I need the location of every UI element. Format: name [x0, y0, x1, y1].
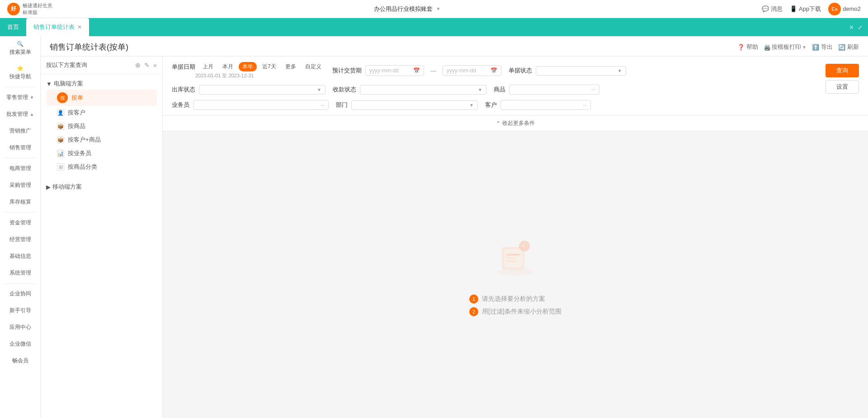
sidebar-item-finance[interactable]: 资金管理: [0, 214, 40, 231]
left-panel-title: 按以下方案查询: [46, 61, 87, 69]
sidebar-item-ecommerce[interactable]: 电商管理: [0, 160, 40, 177]
scheme-item-by-goods[interactable]: 📦 按商品: [46, 119, 157, 133]
chevron-right-icon: ▼: [30, 95, 34, 100]
page-header: 销售订单统计表(按单) ❓ 帮助 🖨️ 按模板打印 ▼ ⬆️ 导出 🔄 刷新: [41, 36, 868, 57]
delivery-end-input[interactable]: yyyy-mm-dd 📅: [443, 65, 501, 76]
query-button[interactable]: 查询: [826, 64, 859, 77]
mobile-scheme-group: ▶ 移动端方案: [41, 177, 162, 196]
sidebar-item-sales-mgmt[interactable]: 销售管理: [0, 139, 40, 156]
sidebar-item-membership[interactable]: 畅会员: [0, 352, 40, 369]
pc-scheme-group: ▼ 电脑端方案 按 按单 👤 按客户 📦 按商品: [41, 74, 162, 177]
sidebar-item-app-center[interactable]: 应用中心: [0, 319, 40, 336]
settings-button[interactable]: 设置: [826, 80, 859, 94]
shortcut-more[interactable]: 更多: [282, 62, 300, 71]
collapse-panel-button[interactable]: «: [153, 62, 157, 69]
top-bar-left: 好 畅捷通好生意 标准版: [7, 2, 52, 15]
empty-state-tips: 1 请先选择要分析的方案 2 用[过滤]条件来缩小分析范围: [469, 294, 561, 316]
shortcut-this-month[interactable]: 本月: [219, 62, 237, 71]
sidebar-item-marketing[interactable]: 营销推广: [0, 123, 40, 139]
shortcut-7days[interactable]: 近7天: [259, 62, 280, 71]
export-button[interactable]: ⬆️ 导出: [812, 43, 833, 51]
sidebar-item-basic-info[interactable]: 基础信息: [0, 248, 40, 265]
salesperson-filter: 业务员 ···: [172, 100, 329, 110]
workspace-selector[interactable]: 办公用品行业模拟账套 ▼: [374, 5, 441, 13]
tab-home[interactable]: 首页: [0, 18, 26, 36]
sidebar: 🔍 搜索菜单 ⭐ 快捷导航 零售管理 ▼ 批发管理 ▲ 营销推广 销售管理 电商…: [0, 36, 41, 418]
salesperson-select[interactable]: ···: [193, 100, 329, 110]
sidebar-item-new-user[interactable]: 新手引导: [0, 302, 40, 319]
scheme-item-by-customer[interactable]: 👤 按客户: [46, 106, 157, 119]
delivery-start-placeholder: yyyy-mm-dd: [369, 67, 399, 74]
sidebar-divider-1: [4, 87, 37, 87]
payment-status-filter: 收款状态 ▼: [333, 85, 486, 95]
scheme-item-by-goods-category[interactable]: ⊞ 按商品分类: [46, 160, 157, 174]
print-icon: 🖨️: [764, 44, 771, 51]
sidebar-item-enterprise-wechat[interactable]: 企业微信: [0, 336, 40, 352]
print-dropdown-icon: ▼: [802, 45, 807, 50]
sidebar-item-procurement[interactable]: 采购管理: [0, 177, 40, 194]
refresh-button[interactable]: 🔄 刷新: [838, 43, 859, 51]
sidebar-item-search[interactable]: 🔍 搜索菜单: [0, 36, 40, 61]
tip-number-2: 2: [469, 307, 478, 316]
empty-state: ! 1 请先选择要分析的方案 2 用[过滤]条件来缩小分析范围: [163, 131, 868, 418]
pc-scheme-label: 电脑端方案: [54, 80, 83, 88]
by-goods-category-icon: ⊞: [57, 163, 64, 171]
print-template-button[interactable]: 🖨️ 按模板打印 ▼: [764, 43, 807, 51]
help-icon: ❓: [737, 44, 745, 51]
customer-select[interactable]: ···: [500, 100, 591, 110]
filter-row-1: 单据日期 上月 本月 本年 近7天 更多 自定义: [172, 62, 818, 79]
order-status-filter: 单据状态 ▼: [509, 66, 626, 76]
sidebar-item-enterprise[interactable]: 企业协同: [0, 285, 40, 302]
sidebar-item-operations[interactable]: 经营管理: [0, 231, 40, 248]
collapse-bar[interactable]: ⌃ 收起更多条件: [163, 116, 868, 131]
pc-scheme-group-header[interactable]: ▼ 电脑端方案: [46, 78, 157, 90]
sidebar-item-wholesale[interactable]: 批发管理 ▲: [0, 106, 40, 123]
goods-label: 商品: [494, 86, 505, 94]
sidebar-item-inventory[interactable]: 库存核算: [0, 194, 40, 210]
window-controls: ✕ ⤢: [849, 24, 868, 31]
payment-status-select[interactable]: ▼: [360, 85, 486, 95]
app-download-button[interactable]: 📱 App下载: [790, 5, 821, 13]
main-body: 按以下方案查询 ⊕ ✎ « ▼ 电脑端方案 按 按单: [41, 57, 868, 418]
shortcut-last-month[interactable]: 上月: [199, 62, 217, 71]
main-layout: 🔍 搜索菜单 ⭐ 快捷导航 零售管理 ▼ 批发管理 ▲ 营销推广 销售管理 电商…: [0, 36, 868, 418]
help-button[interactable]: ❓ 帮助: [737, 43, 758, 51]
svg-rect-5: [506, 261, 518, 262]
window-close-icon[interactable]: ✕: [849, 24, 854, 31]
payment-status-label: 收款状态: [333, 86, 356, 94]
scheme-item-by-salesperson[interactable]: 📊 按业务员: [46, 147, 157, 160]
delivery-start-input[interactable]: yyyy-mm-dd 📅: [365, 65, 424, 76]
window-maximize-icon[interactable]: ⤢: [858, 24, 863, 31]
scheme-item-by-customer-goods[interactable]: 📦 按客户+商品: [46, 133, 157, 147]
customer-more-icon: ···: [583, 102, 587, 108]
department-label: 部门: [336, 101, 348, 109]
scheme-item-by-order[interactable]: 按 按单: [46, 90, 157, 106]
add-scheme-button[interactable]: ⊕: [135, 62, 141, 69]
department-dropdown-icon: ▼: [469, 103, 474, 108]
order-status-label: 单据状态: [509, 66, 532, 75]
tab-sales-order-stats[interactable]: 销售订单统计表 ✕: [26, 18, 89, 36]
empty-tip-1: 1 请先选择要分析的方案: [469, 294, 561, 304]
shortcut-this-year[interactable]: 本年: [239, 62, 257, 71]
user-menu[interactable]: Ea demo2: [828, 3, 861, 15]
edit-scheme-button[interactable]: ✎: [144, 62, 150, 69]
workspace-dropdown-icon[interactable]: ▼: [436, 6, 441, 11]
tab-close-icon[interactable]: ✕: [77, 24, 82, 30]
salesperson-label: 业务员: [172, 101, 189, 109]
page-title: 销售订单统计表(按单): [50, 42, 128, 52]
sidebar-item-quick-nav[interactable]: ⭐ 快捷导航: [0, 61, 40, 85]
shortcut-custom[interactable]: 自定义: [302, 62, 325, 71]
department-select[interactable]: ▼: [351, 100, 478, 110]
customer-label: 客户: [485, 101, 497, 109]
calendar-icon-2: 📅: [491, 67, 497, 74]
sidebar-item-retail[interactable]: 零售管理 ▼: [0, 89, 40, 106]
goods-select[interactable]: ···: [509, 85, 599, 95]
sidebar-item-system[interactable]: 系统管理: [0, 265, 40, 281]
mobile-scheme-group-header[interactable]: ▶ 移动端方案: [46, 181, 157, 193]
order-status-select[interactable]: ▼: [536, 66, 626, 76]
svg-point-6: [519, 241, 530, 252]
by-customer-goods-icon: 📦: [57, 136, 64, 143]
messages-button[interactable]: 💬 消息: [762, 5, 783, 13]
filter-actions: 查询 设置: [826, 62, 859, 94]
shipment-status-select[interactable]: ▼: [199, 85, 326, 95]
